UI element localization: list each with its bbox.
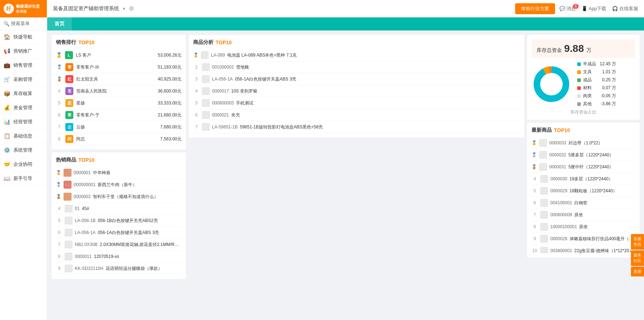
sidebar-item-qiye[interactable]: 🤝 企业协同 bbox=[0, 157, 47, 172]
float-service: 客服热线 服务社区 直播 bbox=[631, 234, 644, 276]
legend-item: 半成品 12.45 万 bbox=[577, 61, 616, 67]
hot-products-list: 🥇 img 0000001 中华神盾 🥈 img 000500001 新西兰牛肉… bbox=[56, 167, 182, 275]
prod-thumb bbox=[540, 175, 548, 183]
float-zhibo[interactable]: 直播 bbox=[631, 267, 644, 276]
prod-thumb bbox=[539, 151, 547, 159]
new-products-list: 🥇 0000033 封边带（1.0*22） 🥈 0000032 5厘多层（122… bbox=[531, 137, 635, 253]
float-kefu[interactable]: 客服热线 bbox=[631, 234, 644, 250]
yingxiao-icon: 📢 bbox=[4, 48, 11, 54]
phone-icon: 📱 bbox=[582, 6, 587, 11]
prod-thumb: img bbox=[64, 181, 72, 189]
rank-item: 🥉 红 红太阳文具 40,925.00元 bbox=[56, 73, 182, 85]
prod-thumb bbox=[65, 217, 73, 225]
prod-thumb bbox=[540, 187, 548, 195]
prod-rank-item: 9 KK-SD22110H 花语萌恒温分腿睡袋（厚款） bbox=[56, 263, 182, 275]
gear-icon[interactable]: ⚙ bbox=[129, 5, 134, 12]
legend-color bbox=[577, 62, 581, 66]
rank-item: 4 苍 苍南县人民医院 36,600.00元 bbox=[56, 85, 182, 97]
prod-thumb bbox=[202, 75, 210, 83]
qiye-icon: 🤝 bbox=[4, 161, 11, 168]
sidebar-search[interactable]: 🔍 搜索菜单 bbox=[0, 17, 47, 30]
kucun-icon: 📦 bbox=[4, 90, 11, 97]
inventory-card: 库存总资金 9.88 万 bbox=[527, 35, 640, 120]
search-icon: 🔍 bbox=[4, 21, 9, 26]
main-area: 装备及固定资产辅助管理系统 ▼ ⚙ 体验行业方案 💬 消息 6 📱 App下载 … bbox=[47, 0, 644, 320]
xinshou-icon: 📖 bbox=[4, 175, 11, 182]
jingying-icon: 📊 bbox=[4, 119, 11, 125]
sidebar: 好 畅捷通好生意 标准版 🔍 搜索菜单 🏠 快捷导航 📢 营销推广 💼 销售管理… bbox=[0, 0, 47, 320]
prod-rank-item: 10 003800001 22g鱼豆腐-烧烤味（1*12*20） bbox=[531, 245, 635, 253]
customer-rank-card: 销售排行 TOP10 🥇 L LS 客户 53,006.26元 🥈 零 bbox=[52, 35, 186, 149]
system-name: 装备及固定资产辅助管理系统 bbox=[53, 5, 119, 12]
right-panel: 库存总资金 9.88 万 bbox=[527, 35, 640, 316]
sidebar-item-kucun[interactable]: 📦 库存核算 bbox=[0, 87, 47, 101]
inventory-summary: 库存总资金 9.88 万 bbox=[531, 39, 635, 58]
sidebar-item-jingying[interactable]: 📊 经营管理 bbox=[0, 115, 47, 129]
sidebar-item-kuaijie[interactable]: 🏠 快捷导航 bbox=[0, 30, 47, 44]
logo-main-text: 畅捷通好生意 bbox=[16, 4, 40, 9]
rank-avatar: 星 bbox=[65, 99, 73, 107]
sidebar-item-xitong[interactable]: ⚙️ 系统管理 bbox=[0, 143, 47, 157]
legend-item: 文具 1.01 万 bbox=[577, 69, 616, 75]
prod-thumb: img bbox=[64, 193, 72, 201]
sidebar-item-xinshou[interactable]: 📖 新手引导 bbox=[0, 172, 47, 186]
prod-rank-item: 4 0000030 18多层（1220*2440） bbox=[531, 173, 635, 185]
legend-color bbox=[577, 94, 581, 98]
prod-thumb bbox=[65, 241, 73, 249]
rank-avatar: 苍 bbox=[65, 87, 73, 95]
topbar-title: 装备及固定资产辅助管理系统 ▼ ⚙ bbox=[53, 5, 511, 12]
experience-btn[interactable]: 体验行业方案 bbox=[515, 3, 555, 14]
legend-item: 材料 0.07 万 bbox=[577, 85, 616, 91]
sidebar-item-caigou[interactable]: 🛒 采购管理 bbox=[0, 73, 47, 87]
dropdown-icon[interactable]: ▼ bbox=[122, 7, 126, 11]
rank-item: 7 云 云扬 7,680.00元 bbox=[56, 121, 182, 133]
prod-thumb bbox=[65, 205, 73, 213]
topbar-right: 💬 消息 6 📱 App下载 🎧 在线客服 bbox=[559, 5, 638, 12]
online-service[interactable]: 🎧 在线客服 bbox=[612, 5, 638, 12]
prod-rank-item: 🥇 img 0000001 中华神盾 bbox=[56, 167, 182, 179]
legend-color bbox=[577, 102, 581, 106]
xitong-icon: ⚙️ bbox=[4, 147, 11, 153]
prod-thumb bbox=[65, 229, 73, 237]
tab-home[interactable]: 首页 bbox=[47, 17, 72, 30]
prod-rank-item: 5 000800005 手机测试 bbox=[193, 97, 520, 109]
sidebar-item-jichu[interactable]: 📋 基础信息 bbox=[0, 129, 47, 143]
sidebar-logo: 好 畅捷通好生意 标准版 bbox=[0, 0, 47, 17]
prod-thumb bbox=[540, 247, 548, 253]
prod-thumb bbox=[65, 253, 73, 260]
rank-avatar: L bbox=[65, 51, 73, 59]
prod-rank-item: 3 LA-056-1A 056-1A白色按键开关盖ABS 3壳 bbox=[193, 73, 520, 85]
app-download[interactable]: 📱 App下载 bbox=[582, 5, 606, 12]
inventory-legend: 半成品 12.45 万 文具 1.01 万 成品 0.25 万 bbox=[577, 61, 616, 107]
donut-chart-area: 半成品 12.45 万 文具 1.01 万 成品 0.25 万 bbox=[531, 61, 635, 107]
sold-products-list: 🥇 LA-089 电池盖 LA-089 ABS本色+黑种 7.1克 2 0010… bbox=[193, 49, 520, 133]
svg-point-1 bbox=[537, 70, 566, 99]
prod-rank-item: 6 004100001 白钢垫 bbox=[531, 197, 635, 209]
rank-item: 🥇 L LS 客户 53,006.26元 bbox=[56, 49, 182, 61]
prod-rank-item: 7 LA-59651-1B 59651-1B旋转投影灯电池盒ABS黑色+58壳 bbox=[193, 121, 520, 133]
prod-rank-item: 2 001000002 雪地靴 bbox=[193, 61, 520, 73]
prod-thumb bbox=[202, 87, 210, 95]
prod-rank-item: 6 0000021 夹壳 bbox=[193, 109, 520, 121]
sidebar-item-xiaoshou[interactable]: 💼 销售管理 bbox=[0, 58, 47, 73]
donut-chart bbox=[531, 64, 571, 104]
new-products-card: 最新商品 TOP10 🥇 0000033 封边带（1.0*22） 🥈 00000… bbox=[527, 123, 640, 258]
float-fuwu[interactable]: 服务社区 bbox=[631, 250, 644, 266]
prod-rank-item: 4 0000017 10S 变刹罗狻 bbox=[193, 85, 520, 97]
rank-avatar: 红 bbox=[65, 75, 73, 83]
sidebar-item-yingxiao[interactable]: 📢 营销推广 bbox=[0, 44, 47, 58]
prod-thumb bbox=[202, 111, 210, 119]
prod-rank-item: 7 000800008 原坐 bbox=[531, 209, 635, 221]
hot-products-card: 热销商品 TOP10 🥇 img 0000001 中华神盾 🥈 img 0005… bbox=[52, 152, 186, 279]
prod-rank-item: 🥇 0000033 封边带（1.0*22） bbox=[531, 137, 635, 149]
topbar: 装备及固定资产辅助管理系统 ▼ ⚙ 体验行业方案 💬 消息 6 📱 App下载 … bbox=[47, 0, 644, 17]
message-badge[interactable]: 💬 消息 6 bbox=[559, 5, 576, 12]
message-icon: 💬 bbox=[559, 6, 565, 11]
prod-rank-item: 8 0000011 12070519-xs bbox=[56, 251, 182, 263]
prod-rank-item: 4 01 45# bbox=[56, 203, 182, 215]
prod-rank-item: 🥉 0000031 5厘中纤（1220*2440） bbox=[531, 161, 635, 173]
prod-rank-item: 🥈 0000032 5厘多层（1220*2440） bbox=[531, 149, 635, 161]
sidebar-item-zijin[interactable]: 💰 资金管理 bbox=[0, 101, 47, 115]
rank-item: 8 阿 阿总 7,563.00元 bbox=[56, 133, 182, 145]
prod-rank-item: 7 NB2.0X30B 2.0X30MM双搓花轴,搓花直径2.1MM/ROHS bbox=[56, 239, 182, 251]
